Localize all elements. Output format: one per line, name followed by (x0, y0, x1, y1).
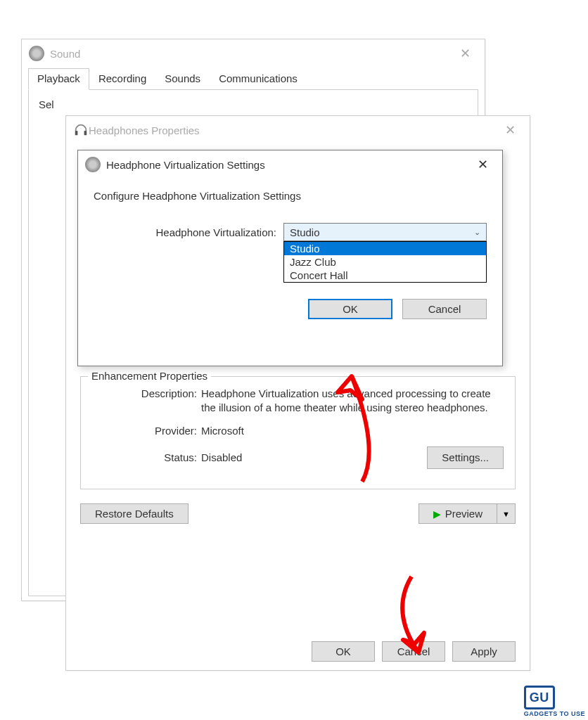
speaker-icon (29, 46, 44, 61)
ok-button[interactable]: OK (308, 299, 392, 319)
virt-row: Headphone Virtualization: Studio ⌄ Studi… (94, 223, 487, 241)
dropdown-item-concert-hall[interactable]: Concert Hall (284, 269, 486, 282)
virt-buttons: OK Cancel (94, 299, 487, 319)
hp-titlebar: Headphones Properties ✕ (66, 116, 530, 144)
preview-row: Restore Defaults ▶ Preview ▼ (66, 503, 530, 524)
virt-label: Headphone Virtualization: (94, 226, 283, 238)
cancel-button[interactable]: Cancel (402, 299, 487, 319)
instruction-text: Sel (39, 98, 54, 110)
ok-button[interactable]: OK (312, 641, 375, 662)
sound-title: Sound (50, 48, 453, 60)
watermark-logo: GU (524, 686, 555, 709)
select-value: Studio (290, 226, 320, 238)
provider-value: Microsoft (201, 424, 504, 438)
virt-subtitle: Configure Headphone Virtualization Setti… (94, 190, 487, 202)
description-label: Description: (92, 387, 201, 416)
restore-defaults-button[interactable]: Restore Defaults (80, 503, 188, 524)
watermark: GU GADGETS TO USE (524, 686, 585, 717)
preview-button[interactable]: ▶ Preview (419, 504, 497, 523)
close-icon[interactable]: ✕ (498, 120, 523, 141)
close-icon[interactable]: ✕ (453, 43, 478, 64)
chevron-down-icon: ▼ (502, 510, 510, 518)
tabs-row: Playback Recording Sounds Communications (28, 68, 478, 90)
chevron-down-icon: ⌄ (474, 228, 480, 237)
svg-rect-0 (75, 131, 78, 135)
svg-rect-1 (84, 131, 87, 135)
virt-select-wrapper: Studio ⌄ Studio Jazz Club Concert Hall (283, 223, 487, 241)
status-label: Status: (92, 451, 201, 465)
hp-footer-buttons: OK Cancel Apply (298, 633, 530, 670)
preview-label: Preview (445, 508, 482, 520)
virt-title: Headphone Virtualization Settings (106, 159, 471, 171)
group-title: Enhancement Properties (88, 370, 211, 382)
settings-button[interactable]: Settings... (427, 446, 504, 469)
sound-titlebar: Sound ✕ (22, 39, 485, 68)
provider-label: Provider: (92, 424, 201, 438)
watermark-text: GADGETS TO USE (524, 710, 585, 717)
virtualization-settings-dialog: Headphone Virtualization Settings ✕ Conf… (77, 150, 503, 366)
play-icon: ▶ (433, 508, 441, 520)
preview-button-group: ▶ Preview ▼ (418, 503, 516, 524)
dropdown-item-jazz-club[interactable]: Jazz Club (284, 255, 486, 269)
virt-body: Configure Headphone Virtualization Setti… (78, 179, 502, 330)
tab-playback[interactable]: Playback (28, 68, 89, 90)
headphones-icon (73, 122, 89, 138)
tab-recording[interactable]: Recording (89, 68, 155, 90)
close-icon[interactable]: ✕ (471, 154, 495, 175)
virt-titlebar: Headphone Virtualization Settings ✕ (78, 150, 502, 179)
hp-title: Headphones Properties (89, 124, 498, 136)
dropdown-item-studio[interactable]: Studio (284, 242, 486, 255)
tab-communications[interactable]: Communications (210, 68, 307, 90)
description-value: Headphone Virtualization uses advanced p… (201, 387, 504, 416)
preview-dropdown-button[interactable]: ▼ (497, 504, 515, 523)
status-value: Disabled (201, 451, 242, 465)
speaker-icon (85, 157, 101, 172)
cancel-button[interactable]: Cancel (382, 641, 445, 662)
tab-sounds[interactable]: Sounds (155, 68, 210, 90)
dropdown-list: Studio Jazz Club Concert Hall (283, 241, 487, 283)
apply-button[interactable]: Apply (452, 641, 516, 662)
enhancement-properties-group: Enhancement Properties Description: Head… (80, 376, 516, 489)
virtualization-select[interactable]: Studio ⌄ (283, 223, 487, 241)
